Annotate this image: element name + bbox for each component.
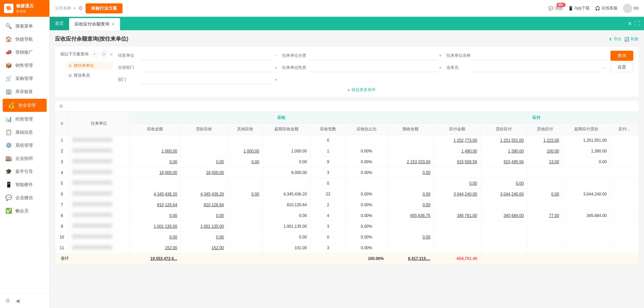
total-receivable-ratio: 100.00% (346, 253, 387, 264)
sidebar-label-search: 搜索菜单 (15, 23, 33, 29)
table-row: 418,000.0018,000.009,000.0030.00%0.00 (55, 167, 639, 178)
filter-collapse-button[interactable]: « (110, 51, 113, 57)
sidebar-item-wechat[interactable]: 💬 企业微信 (0, 191, 49, 204)
tab-close-icon[interactable]: ✕ (111, 22, 115, 27)
filter-add-button[interactable]: + (91, 51, 98, 57)
filter-collapse-row[interactable]: ∧ 收起更多条件 (118, 87, 605, 93)
data-table: # 往来单位 应收 应付 应收金额 贷款应收 其他应收 超期应收金额 应收笔数 … (55, 112, 639, 264)
topbar-breadcrumb: 公司名称 ▾ ⚙ 体验行业方案 (55, 3, 544, 13)
total-receivable-loans (181, 253, 227, 264)
topbar-gear-icon[interactable]: ⚙ (78, 5, 83, 11)
marketing-icon: 📣 (5, 49, 12, 55)
sidebar-label-hardware: 智能硬件 (15, 182, 33, 188)
filter-fields: 结算单位 ··· 往来单位分类 ▾ 往来单位名称 (118, 51, 605, 93)
partner-category-input[interactable] (309, 51, 436, 60)
purchase-icon: 🛒 (5, 75, 12, 82)
partner-nature-input[interactable] (309, 63, 436, 72)
filter-subnav-partner[interactable]: ⊙ 按往来单位 (66, 61, 113, 70)
sidebar-item-hardware[interactable]: 📱 智能硬件 (0, 178, 49, 191)
filter-row-settlement: 结算单位 ··· (118, 51, 277, 60)
total-advance-balance[interactable]: 6,417,215.... (387, 253, 434, 264)
row-partner (69, 232, 129, 243)
export-button[interactable]: ⬆ 导出 (609, 36, 622, 42)
table-scroll-container[interactable]: # 往来单位 应收 应付 应收金额 贷款应收 其他应收 超期应收金额 应收笔数 … (55, 112, 639, 264)
sidebar-item-member[interactable]: ✅ 畅会员 (0, 204, 49, 217)
sidebar-label-capital: 资金管理 (18, 102, 36, 108)
topbar-messages[interactable]: 💬 消息 99+ (548, 5, 563, 11)
topbar-chevron-icon[interactable]: ▾ (74, 6, 75, 10)
total-receivable-other (227, 253, 263, 264)
row-partner (69, 243, 129, 253)
page-header: 应收应付余额查询(按往来单位) ⬆ 导出 🔄 刷新 (55, 36, 639, 43)
app-download-icon: 📱 (568, 6, 573, 11)
tabbar-close-icon[interactable]: ✕ (628, 20, 632, 27)
sidebar-item-search[interactable]: 🔍 搜索菜单 (0, 19, 49, 33)
filter-subnav-salesperson[interactable]: ⊙ 按业务员 (66, 71, 113, 80)
filter-header: 按以下方案查询 + ⊙ « (60, 51, 113, 57)
sidebar-item-marketing[interactable]: 📣 营销推广 (0, 46, 49, 59)
managing-dept-input[interactable] (141, 63, 272, 72)
tabbar-expand-icon[interactable]: ⛶ (635, 20, 640, 27)
refresh-button[interactable]: 🔄 刷新 (624, 36, 639, 42)
filter-row-salesperson: 业务员 ··· (446, 63, 605, 72)
dept-input[interactable] (141, 75, 272, 84)
table-config-icon[interactable]: ⚙ (59, 103, 63, 109)
col-header-partner: 往来单位 (69, 112, 129, 135)
partner-category-chevron[interactable]: ▾ (439, 54, 441, 57)
dept-chevron[interactable]: ▾ (275, 78, 277, 82)
tab-home[interactable]: 首页 (50, 17, 69, 30)
settlement-unit-dots[interactable]: ··· (273, 53, 277, 58)
filter-row-managing-dept: 分管部门 ▾ (118, 63, 277, 72)
filter-subnav-salesperson-label: 按业务员 (74, 73, 90, 78)
sales-icon: 📦 (5, 62, 12, 69)
sidebar-label-guide: 新手引导 (15, 169, 33, 175)
sidebar-label-basic: 基础信息 (15, 129, 33, 135)
filter-plan-nav: 按以下方案查询 + ⊙ « ⊙ 按往来单位 ⊙ 按业务员 (60, 51, 113, 93)
sidebar-item-sales[interactable]: 📦 销售管理 (0, 59, 49, 72)
settlement-unit-input[interactable] (141, 51, 271, 60)
sidebar-label-quicknav: 快捷导航 (15, 36, 33, 42)
partner-name-label: 往来单位名称 (446, 53, 471, 58)
settings-button[interactable]: 设置 (610, 62, 633, 72)
managing-dept-chevron[interactable]: ▾ (275, 66, 277, 70)
sidebar-item-basic[interactable]: 📋 基础信息 (0, 126, 49, 139)
sidebar-label-member: 畅会员 (15, 208, 29, 214)
footer-settings-icon[interactable]: ⚙ (5, 298, 10, 304)
row-partner (69, 135, 129, 146)
sidebar-label-sales: 销售管理 (15, 62, 33, 69)
table-section: ⚙ # 往来单位 应收 应付 应收金额 贷款应收 其他应收 (55, 101, 639, 264)
sidebar-item-enterprise[interactable]: 🏬 企业协同 (0, 152, 49, 165)
sidebar-item-guide[interactable]: 🎓 新手引导 (0, 165, 49, 178)
topbar-app-download[interactable]: 📱 App下载 (568, 5, 590, 11)
sidebar-item-operation[interactable]: 📊 经营管理 (0, 113, 49, 126)
row-partner (69, 167, 129, 178)
topbar-online-service[interactable]: 🎧 在线客服 (595, 5, 618, 11)
partner-name-input[interactable] (473, 51, 605, 60)
filter-subnavs: ⊙ 按往来单位 ⊙ 按业务员 (66, 61, 113, 80)
col-header-index: # (55, 112, 69, 135)
footer-collapse-icon[interactable]: ◀ (15, 298, 19, 304)
total-receivable-amount[interactable]: 19,553,472,6... (129, 253, 181, 264)
message-icon: 💬 (548, 6, 553, 11)
table-row: 11152.00152.00101.0030.00% (55, 243, 639, 253)
user-name: Rit (634, 6, 639, 11)
row-index: 9 (55, 221, 69, 232)
row-partner (69, 157, 129, 167)
filter-row-dept: 部门 ▾ (118, 75, 277, 84)
table-total-row: 合计 19,553,472,6... 100.00% 6,417,215....… (55, 253, 639, 264)
sidebar-footer: ⚙ ◀ (0, 293, 49, 308)
col-header-overdue-payable: 超期应付货款 (562, 124, 610, 135)
salesperson-input[interactable] (469, 63, 599, 72)
topbar-user[interactable]: Rit (623, 4, 639, 13)
tab-receivable[interactable]: 应收应付余额查询 ✕ (69, 18, 120, 30)
sidebar-item-capital[interactable]: 💰 资金管理 (3, 99, 47, 112)
sidebar-item-inventory[interactable]: 🏢 库存核算 (0, 85, 49, 98)
filter-setting-button[interactable]: ⊙ (101, 51, 107, 57)
sidebar-item-purchase[interactable]: 🛒 采购管理 (0, 72, 49, 85)
sidebar-item-quicknav[interactable]: 🏠 快捷导航 (0, 33, 49, 46)
sidebar-item-system[interactable]: ⚙️ 系统管理 (0, 139, 49, 152)
query-button[interactable]: 查询 (610, 51, 633, 61)
partner-nature-chevron[interactable]: ▾ (439, 66, 441, 70)
salesperson-dots[interactable]: ··· (602, 65, 605, 70)
topbar-cta-button[interactable]: 体验行业方案 (86, 3, 122, 13)
